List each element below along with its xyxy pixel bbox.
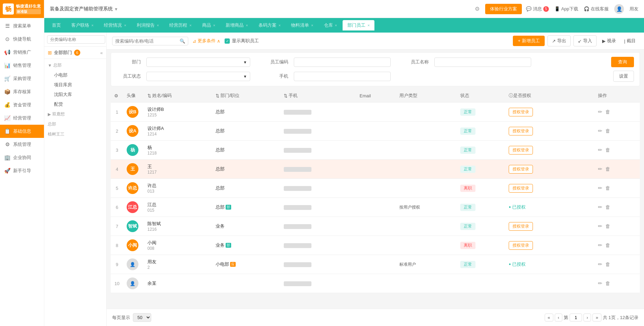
auth-button[interactable]: 授权登录 [509, 184, 533, 193]
sidebar-item-sales[interactable]: 📊 销售管理 [0, 59, 44, 72]
th-settings[interactable]: ⚙ [111, 89, 123, 103]
close-icon[interactable]: × [279, 23, 281, 27]
resigned-checkbox[interactable]: ✓ [225, 38, 230, 44]
edit-icon[interactable]: ✏ [598, 185, 602, 191]
auth-button[interactable]: 授权登录 [509, 146, 533, 155]
sidebar-item-enterprise[interactable]: 🏢 企业协同 [0, 151, 44, 164]
online-service-item[interactable]: 🎧 在线客服 [584, 6, 609, 12]
user-label[interactable]: 用友 [629, 6, 638, 12]
page-number-input[interactable] [570, 314, 582, 321]
print-button[interactable]: | 截目 [622, 36, 638, 46]
auth-button[interactable]: 授权登录 [509, 108, 533, 116]
close-icon[interactable]: × [335, 23, 337, 27]
edit-icon[interactable]: ✏ [598, 128, 602, 134]
close-icon[interactable]: × [246, 23, 248, 27]
edit-icon[interactable]: ✏ [598, 242, 602, 248]
sidebar-item-basic[interactable]: 📋 基础信息 [0, 125, 44, 138]
th-name[interactable]: ⇅姓名/编码 [144, 89, 212, 103]
close-icon[interactable]: × [368, 23, 370, 27]
delete-icon[interactable]: 🗑 [605, 261, 610, 267]
delete-icon[interactable]: 🗑 [605, 147, 610, 153]
edit-icon[interactable]: ✏ [598, 166, 602, 172]
employee-code-input[interactable] [294, 58, 391, 67]
tab-new-goods[interactable]: 新增商品× [221, 20, 253, 30]
delete-icon[interactable]: 🗑 [605, 242, 610, 248]
query-button[interactable]: 查询 [611, 57, 634, 67]
delete-icon[interactable]: 🗑 [605, 109, 610, 115]
all-depts-label[interactable]: 全部部门 [54, 50, 72, 56]
sidebar-item-search[interactable]: ☰ 搜索菜单 [0, 19, 44, 33]
more-conditions-btn[interactable]: ⊿ 更多条件 ∧ [192, 38, 220, 44]
edit-icon[interactable]: ✏ [598, 223, 602, 229]
close-icon[interactable]: × [189, 23, 191, 27]
import-button[interactable]: ↙ 导入 [573, 35, 597, 46]
close-icon[interactable]: × [91, 23, 93, 27]
sidebar-item-shortcut[interactable]: ⊙ 快捷导航 [0, 33, 44, 46]
tab-profit[interactable]: 利润报告× [132, 20, 164, 30]
phone-input[interactable] [294, 72, 391, 81]
page-size-select[interactable]: 50 [133, 313, 151, 322]
prev-page-button[interactable]: ‹ [555, 314, 562, 321]
th-phone[interactable]: ⇅手机 [280, 89, 356, 103]
last-page-button[interactable]: » [592, 314, 601, 321]
close-icon[interactable]: × [157, 23, 159, 27]
collapse-icon[interactable]: « [100, 50, 103, 55]
edit-icon[interactable]: ✏ [598, 204, 602, 210]
edit-icon[interactable]: ✏ [598, 109, 602, 115]
tree-search-input[interactable] [47, 35, 105, 44]
sidebar-item-marketing[interactable]: 📢 营销推广 [0, 46, 44, 59]
tab-customer[interactable]: 客户联络× [66, 20, 98, 30]
edit-icon[interactable]: ✏ [598, 280, 602, 286]
next-page-button[interactable]: › [583, 314, 591, 321]
employee-name-input[interactable] [434, 58, 531, 67]
edit-icon[interactable]: ✏ [598, 147, 602, 153]
tab-bom[interactable]: 物料清单× [286, 20, 318, 30]
dropdown-arrow-icon[interactable]: ▾ [115, 6, 117, 12]
export-button[interactable]: ↗ 导出 [547, 35, 571, 46]
close-icon[interactable]: × [124, 23, 126, 27]
auth-button[interactable]: 授权登录 [509, 241, 533, 250]
sidebar-item-inventory[interactable]: 📦 库存核算 [0, 85, 44, 98]
user-avatar[interactable]: 👤 [614, 4, 624, 14]
tab-operation[interactable]: 经营情况× [99, 20, 131, 30]
auth-button[interactable]: 授权登录 [509, 222, 533, 231]
add-employee-button[interactable]: + 新增员工 [513, 36, 544, 46]
delete-icon[interactable]: 🗑 [605, 166, 610, 172]
delete-icon[interactable]: 🗑 [605, 185, 610, 191]
tree-node-xiangmu[interactable]: 项目库房 [44, 80, 106, 90]
settings-icon[interactable]: ⚙ [475, 6, 480, 12]
tab-history[interactable]: 经营历程× [164, 20, 196, 30]
tab-goods[interactable]: 商品× [197, 20, 220, 30]
app-download-item[interactable]: 📱 App下载 [554, 6, 578, 12]
delete-icon[interactable]: 🗑 [605, 280, 610, 286]
edit-icon[interactable]: ✏ [598, 261, 602, 267]
sidebar-item-guide[interactable]: 🚀 新手引导 [0, 164, 44, 177]
delete-icon[interactable]: 🗑 [605, 223, 610, 229]
dept-select[interactable]: ▾ [146, 58, 250, 67]
tree-node-xiaodiaobu[interactable]: 小电部 [44, 70, 106, 80]
tab-warehouse[interactable]: 仓库× [319, 20, 342, 30]
tree-node-shenyang[interactable]: 沈阳大库 [44, 90, 106, 99]
sidebar-item-finance[interactable]: 💰 资金管理 [0, 98, 44, 112]
view-button[interactable]: ▶ 视录 [599, 36, 619, 46]
tree-node-peihuo[interactable]: 配货 [44, 99, 106, 109]
close-icon[interactable]: × [213, 23, 215, 27]
first-page-button[interactable]: « [545, 314, 553, 321]
auth-button[interactable]: 授权登录 [509, 165, 533, 174]
status-select[interactable]: ▾ [146, 72, 250, 81]
trial-button[interactable]: 体验行业方案 [485, 4, 522, 14]
tab-department[interactable]: 部门员工× [343, 20, 374, 30]
tab-home[interactable]: 首页 [47, 20, 66, 30]
th-dept[interactable]: ⇅部门/职位 [212, 89, 280, 103]
sidebar-item-system[interactable]: ⚙ 系统管理 [0, 138, 44, 151]
sidebar-item-purchase[interactable]: 🛒 采购管理 [0, 72, 44, 85]
tab-barcode[interactable]: 条码方案× [254, 20, 285, 30]
message-item[interactable]: 💬 消息 5 [526, 6, 549, 12]
close-icon[interactable]: × [311, 23, 313, 27]
search-input[interactable] [115, 38, 178, 44]
reset-button[interactable]: 设置 [613, 71, 634, 82]
delete-icon[interactable]: 🗑 [605, 204, 610, 210]
sidebar-item-operation[interactable]: 📈 经营管理 [0, 112, 44, 125]
auth-button[interactable]: 授权登录 [509, 127, 533, 135]
delete-icon[interactable]: 🗑 [605, 128, 610, 134]
